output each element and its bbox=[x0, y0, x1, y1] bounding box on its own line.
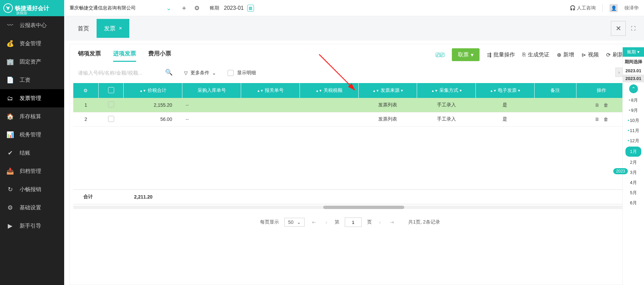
support-link[interactable]: 🎧 人工咨询 bbox=[570, 5, 596, 11]
gear-icon: ⚙ bbox=[7, 204, 14, 211]
col-einv[interactable]: ▲▼电子发票▾ bbox=[476, 83, 535, 98]
refresh-button[interactable]: ⟳刷新 bbox=[606, 51, 623, 58]
video-button[interactable]: ⊳视频 bbox=[582, 51, 599, 58]
chevron-down-icon: ⌄ bbox=[297, 219, 301, 225]
row-index: 2 bbox=[73, 112, 98, 126]
subtab-sales[interactable]: 销项发票 bbox=[78, 50, 101, 62]
scrollbar-thumb[interactable] bbox=[323, 206, 404, 209]
table-row[interactable]: 2 56.00 -- 发票列表 手工录入 是 🗎🗑 bbox=[73, 112, 627, 126]
collapse-rail-button[interactable]: › bbox=[615, 68, 623, 77]
sidebar-item-reimburse[interactable]: ↻小畅报销 bbox=[0, 180, 64, 199]
sidebar-item-funds[interactable]: 💰资金管理 bbox=[0, 34, 64, 53]
sidebar-item-assets[interactable]: 🏢固定资产 bbox=[0, 53, 64, 71]
col-amount[interactable]: ▲▼价税合计 bbox=[124, 83, 182, 98]
year-option[interactable]: 2023.01 bbox=[623, 67, 644, 75]
month-list: •8月 •9月 •10月 •11月 •12月 1月 2月 3月 4月 5月 6月 bbox=[623, 95, 644, 208]
avatar-icon[interactable]: 👤 bbox=[610, 4, 618, 12]
prev-page-button[interactable]: ‹ bbox=[324, 219, 329, 225]
next-page-button[interactable]: › bbox=[377, 219, 383, 225]
month-option[interactable]: 2月 bbox=[623, 157, 644, 167]
sidebar-item-report[interactable]: 〰云报表中心 bbox=[0, 16, 64, 34]
year-option[interactable]: 2023.01 bbox=[623, 75, 644, 82]
col-op: 操作 bbox=[576, 83, 626, 98]
filter-icon[interactable]: ▾ bbox=[460, 88, 462, 93]
close-all-tabs-button[interactable]: ✕ bbox=[611, 21, 626, 36]
col-checkbox[interactable] bbox=[98, 83, 123, 98]
search-input[interactable] bbox=[78, 68, 173, 78]
qr-icon[interactable]: ⎚⎚ bbox=[436, 50, 444, 59]
month-option[interactable]: •12月 bbox=[623, 136, 644, 146]
company-select[interactable]: 重庆畅捷交通信息咨询有限公司 ⌄ bbox=[70, 4, 171, 12]
page-input[interactable] bbox=[345, 217, 362, 227]
tab-label: 发票 bbox=[104, 25, 115, 32]
month-option-current[interactable]: 1月 bbox=[625, 147, 641, 157]
month-option[interactable]: •11月 bbox=[623, 126, 644, 136]
tab-invoice[interactable]: 发票× bbox=[97, 19, 129, 38]
settings-icon[interactable]: ⚙ bbox=[194, 4, 200, 12]
add-company-button[interactable]: ＋ bbox=[181, 3, 187, 12]
col-decl[interactable]: ▲▼报关单号 bbox=[241, 83, 300, 98]
batch-button[interactable]: ⇶批量操作 bbox=[487, 51, 515, 58]
col-po[interactable]: 采购入库单号 bbox=[182, 83, 241, 98]
company-name: 重庆畅捷交通信息咨询有限公司 bbox=[70, 5, 136, 11]
sidebar-item-close[interactable]: ✔结账 bbox=[0, 144, 64, 162]
subtab-purchase[interactable]: 进项发票 bbox=[113, 50, 136, 62]
username[interactable]: 徐泽华 bbox=[624, 5, 639, 11]
close-icon[interactable]: × bbox=[119, 25, 122, 31]
chevron-down-icon: ▾ bbox=[471, 52, 473, 58]
per-page-select[interactable]: 50⌄ bbox=[284, 218, 305, 227]
pagination: 每页显示 50⌄ ⇤ ‹ 第 页 › ⇥ 共1页, 2条记录 bbox=[70, 214, 630, 231]
row-checkbox[interactable] bbox=[98, 98, 123, 112]
rail-header[interactable]: 账期 ▾ bbox=[623, 47, 644, 57]
col-note[interactable]: 备注 bbox=[534, 83, 576, 98]
view-icon[interactable]: 🗎 bbox=[595, 102, 599, 108]
month-option[interactable]: •10月 bbox=[623, 115, 644, 126]
month-option[interactable]: •9月 bbox=[623, 105, 644, 115]
search-icon[interactable]: 🔍 bbox=[165, 69, 173, 76]
sidebar-item-settings[interactable]: ⚙基础设置 bbox=[0, 199, 64, 217]
brand-bar: ⮟ 畅捷通好会计 旗舰版 bbox=[0, 0, 64, 16]
calendar-icon[interactable]: ▦ bbox=[247, 5, 254, 11]
voucher-button[interactable]: ⎘生成凭证 bbox=[522, 51, 549, 58]
sidebar-item-tax[interactable]: 📊税务管理 bbox=[0, 126, 64, 144]
sidebar-item-inventory[interactable]: 🏠库存核算 bbox=[0, 107, 64, 126]
delete-icon[interactable]: 🗑 bbox=[603, 116, 608, 122]
cell-po: -- bbox=[182, 98, 241, 112]
col-tax[interactable]: ▲▼关税税额 bbox=[300, 83, 358, 98]
filter-icon[interactable]: ▾ bbox=[401, 88, 403, 93]
month-option[interactable]: 6月 bbox=[623, 198, 644, 208]
sidebar-item-label: 库存核算 bbox=[20, 113, 41, 120]
subtab-expense[interactable]: 费用小票 bbox=[148, 50, 171, 62]
month-option[interactable]: 5月 bbox=[623, 188, 644, 198]
sidebar-item-salary[interactable]: 📄工资 bbox=[0, 71, 64, 89]
month-option[interactable]: •8月 bbox=[623, 95, 644, 105]
table-row[interactable]: 1 2,155.20 -- 发票列表 手工录入 是 🗎🗑 bbox=[73, 98, 627, 112]
col-source[interactable]: ▲▼发票来源▾ bbox=[358, 83, 417, 98]
view-icon[interactable]: 🗎 bbox=[595, 116, 599, 122]
checkbox-icon[interactable] bbox=[228, 70, 234, 76]
add-button[interactable]: ⊕新增 bbox=[557, 51, 574, 58]
sidebar-item-invoice[interactable]: 🗂发票管理 bbox=[0, 89, 64, 107]
period-value[interactable]: 2023-01 bbox=[224, 5, 244, 11]
support-label: 人工咨询 bbox=[577, 5, 596, 10]
more-conditions[interactable]: ▽ 更多条件 ⌄ bbox=[184, 70, 216, 76]
filter-icon[interactable]: ▾ bbox=[518, 88, 520, 93]
col-settings[interactable]: ⚙ bbox=[73, 83, 98, 98]
scroll-top-button[interactable]: ⌃ bbox=[629, 84, 638, 93]
month-option[interactable]: 4月 bbox=[623, 178, 644, 188]
tab-home[interactable]: 首页 bbox=[70, 19, 97, 38]
sidebar-item-guide[interactable]: ▶新手引导 bbox=[0, 217, 64, 235]
row-checkbox[interactable] bbox=[98, 112, 123, 126]
delete-icon[interactable]: 🗑 bbox=[603, 102, 608, 108]
fullscreen-icon[interactable]: ⛶ bbox=[628, 24, 638, 33]
detail-toggle[interactable]: 显示明细 bbox=[228, 70, 256, 76]
last-page-button[interactable]: ⇥ bbox=[388, 219, 396, 225]
month-label: 2月 bbox=[630, 160, 637, 165]
col-collect[interactable]: ▲▼采集方式▾ bbox=[417, 83, 476, 98]
page-info: 共1页, 2条记录 bbox=[408, 219, 440, 225]
sidebar-item-archive[interactable]: 📥归档管理 bbox=[0, 162, 64, 180]
horizontal-scrollbar[interactable] bbox=[73, 206, 627, 209]
fetch-button[interactable]: 取票▾ bbox=[452, 48, 480, 61]
cell-einv: 是 bbox=[476, 112, 535, 126]
first-page-button[interactable]: ⇤ bbox=[310, 219, 318, 225]
